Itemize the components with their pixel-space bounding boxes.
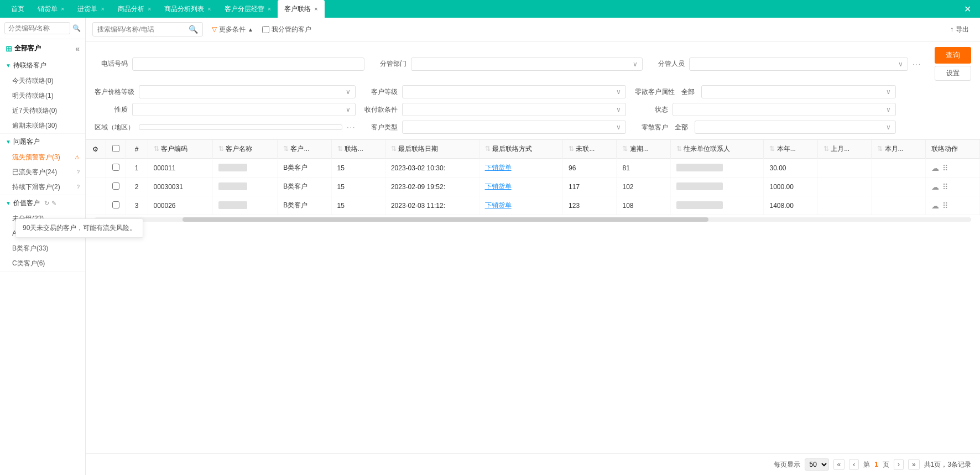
sidebar-item-class-c[interactable]: C类客户(6) — [0, 256, 85, 271]
close-all-btn[interactable]: ✕ — [960, 4, 976, 14]
col-overdue-header: ⇅ 逾期... — [617, 140, 670, 159]
row-name-0: 名 — [212, 159, 277, 178]
row-last-method-0[interactable]: 下销货单 — [479, 159, 563, 178]
person-select[interactable]: ∨ — [689, 58, 908, 71]
last-method-link-2[interactable]: 下销货单 — [485, 201, 512, 209]
status-select[interactable]: ∨ — [673, 103, 896, 116]
tab-purchase[interactable]: 进货单 × — [71, 0, 111, 18]
close-product-analysis-tab[interactable]: × — [148, 6, 151, 12]
close-customer-contact-tab[interactable]: × — [314, 6, 317, 12]
search-submit-icon[interactable]: 🔍 — [189, 25, 198, 34]
my-customer-checkbox[interactable] — [262, 26, 269, 33]
collapse-sidebar-btn[interactable]: « — [75, 44, 80, 53]
sidebar-item-today-pending[interactable]: 今天待联络(0) — [0, 74, 85, 88]
price-grade-select[interactable]: ∨ — [139, 85, 356, 98]
row-contact-2: 15 — [331, 196, 385, 215]
close-customer-segment-tab[interactable]: × — [268, 6, 271, 12]
tab-customer-segment[interactable]: 客户分层经营 × — [218, 0, 278, 18]
warning-icon: ⚠ — [75, 154, 80, 160]
col-check-all[interactable] — [106, 140, 126, 159]
scrollbar-thumb — [183, 217, 708, 222]
payment-select[interactable]: ∨ — [402, 103, 625, 116]
row-check-1[interactable] — [106, 178, 126, 196]
more-filter-btn[interactable]: ▽ 更多条件 ▲ — [207, 23, 258, 36]
status-label: 状态 — [635, 105, 668, 114]
row-last-method-2[interactable]: 下销货单 — [479, 196, 563, 215]
row-check-0[interactable] — [106, 159, 126, 178]
sidebar-group-at-risk-title[interactable]: ▼ 问题客户 — [0, 134, 85, 150]
filter-status: 状态 ∨ — [635, 103, 896, 116]
payment-dropdown-icon: ∨ — [616, 106, 621, 113]
row-checkbox-1[interactable] — [112, 182, 119, 190]
sidebar-group-pending-title[interactable]: ▼ 待联络客户 — [0, 58, 85, 74]
retail-attr-select[interactable]: ∨ — [701, 85, 896, 98]
sidebar-item-churn-warning[interactable]: 流失预警客户(3) ⚠ — [0, 150, 85, 165]
row-checkbox-0[interactable] — [112, 164, 119, 171]
action-contact-icon-0[interactable]: ☁ — [931, 164, 939, 173]
sidebar-item-declining[interactable]: 持续下滑客户(2) ? — [0, 180, 85, 195]
horizontal-scrollbar[interactable] — [95, 217, 971, 222]
tab-product-list[interactable]: 商品分析列表 × — [158, 0, 217, 18]
last-method-link-0[interactable]: 下销货单 — [485, 164, 512, 171]
row-last-date-1: 2023-02-09 19:52: — [385, 178, 479, 196]
tab-customer-contact[interactable]: 客户联络 × — [278, 0, 324, 18]
action-contact-icon-2[interactable]: ☁ — [931, 201, 939, 210]
phone-input[interactable] — [132, 58, 364, 71]
nature-select[interactable]: ∨ — [132, 103, 356, 116]
row-overdue-2: 108 — [617, 196, 670, 215]
tab-sales[interactable]: 销货单 × — [31, 0, 71, 18]
sidebar-group-value-title[interactable]: ▼ 价值客户 ↻ ✎ — [0, 195, 85, 211]
col-settings[interactable]: ⚙ — [86, 140, 106, 159]
close-product-list-tab[interactable]: × — [207, 6, 211, 12]
last-method-link-1[interactable]: 下销货单 — [485, 182, 512, 190]
dept-label: 分管部门 — [373, 59, 406, 69]
action-more-icon-0[interactable]: ⠿ — [942, 164, 948, 173]
arrow-down-icon: ▼ — [6, 62, 11, 69]
customer-grade-select[interactable]: ∨ — [402, 85, 625, 98]
sidebar-item-churned[interactable]: 已流失客户(24) ? — [0, 165, 85, 180]
refresh-icon[interactable]: ↻ — [44, 200, 49, 207]
row-check-2[interactable] — [106, 196, 126, 215]
prev-page-btn[interactable]: ‹ — [849, 459, 859, 470]
question-icon-2: ? — [76, 184, 80, 190]
last-page-btn[interactable]: » — [908, 459, 920, 470]
region-input[interactable] — [139, 124, 342, 130]
export-btn[interactable]: ↑ 导出 — [946, 23, 973, 36]
chevron-up-icon: ▲ — [248, 27, 253, 33]
tab-product-analysis[interactable]: 商品分析 × — [111, 0, 158, 18]
close-purchase-tab[interactable]: × — [101, 6, 104, 12]
first-page-btn[interactable]: « — [833, 459, 845, 470]
sidebar-item-tomorrow-pending[interactable]: 明天待联络(1) — [0, 88, 85, 103]
table-row: 1 000011 名 B类客户 15 2023-03-02 10:30: 下销货… — [86, 159, 980, 178]
edit-icon[interactable]: ✎ — [51, 200, 56, 207]
next-page-btn[interactable]: › — [894, 459, 904, 470]
row-last-month-1 — [817, 178, 871, 196]
action-contact-icon-1[interactable]: ☁ — [931, 182, 939, 191]
row-num-0: 1 — [126, 159, 148, 178]
sidebar-item-overdue-pending[interactable]: 逾期未联络(30) — [0, 118, 85, 133]
retail-customer-select[interactable]: ∨ — [695, 121, 896, 134]
query-button[interactable]: 查询 — [935, 47, 971, 64]
category-search-input[interactable] — [4, 22, 70, 34]
row-last-method-1[interactable]: 下销货单 — [479, 178, 563, 196]
tab-home[interactable]: 首页 — [4, 0, 31, 18]
close-sales-tab[interactable]: × — [61, 6, 64, 12]
my-customer-checkbox-wrap[interactable]: 我分管的客户 — [262, 25, 311, 34]
all-customers-title[interactable]: ⊞ 全部客户 « — [0, 39, 85, 58]
setting-button[interactable]: 设置 — [935, 66, 971, 81]
person-more-btn[interactable]: ··· — [913, 60, 921, 68]
filter-row-3: 性质 ∨ 收付款条件 ∨ 状态 — [95, 103, 971, 116]
action-more-icon-1[interactable]: ⠿ — [942, 182, 948, 191]
price-grade-label: 客户价格等级 — [95, 87, 134, 97]
select-all-checkbox[interactable] — [112, 145, 119, 152]
row-unit-contact-1: 联系 — [670, 178, 764, 196]
page-size-select[interactable]: 50 — [805, 458, 829, 471]
region-more-btn[interactable]: ··· — [347, 123, 356, 131]
sidebar-item-7days-pending[interactable]: 近7天待联络(0) — [0, 103, 85, 118]
action-more-icon-2[interactable]: ⠿ — [942, 201, 948, 210]
row-checkbox-2[interactable] — [112, 201, 119, 208]
sidebar-item-class-b[interactable]: B类客户(33) — [0, 241, 85, 256]
dept-select[interactable]: ∨ — [411, 58, 643, 71]
main-search-input[interactable] — [97, 25, 186, 33]
customer-type-select[interactable]: ∨ — [402, 121, 625, 134]
